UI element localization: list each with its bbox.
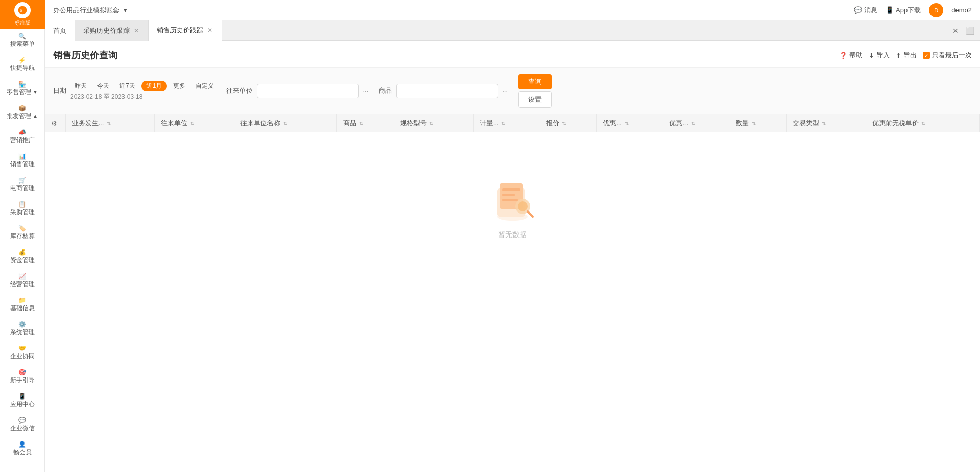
page-header-actions: ❓ 帮助 ⬇ 导入 ⬆ 导出 只看最后一次 xyxy=(839,51,972,60)
page-area: 销售历史价查询 ❓ 帮助 ⬇ 导入 ⬆ 导出 只看最后一次 xyxy=(45,41,980,472)
sidebar-item-search[interactable]: 🔍 搜索菜单 xyxy=(0,29,44,53)
sidebar-item-wechat[interactable]: 💬 企业微信 xyxy=(0,413,44,437)
username[interactable]: demo2 xyxy=(951,6,972,14)
sidebar-item-label: 销售管理 xyxy=(10,160,35,169)
sidebar-item-enterprise[interactable]: 🤝 企业协同 xyxy=(0,341,44,365)
svg-text:6: 6 xyxy=(20,8,22,13)
partner-input[interactable] xyxy=(257,84,359,98)
sidebar-item-label: 资金管理 xyxy=(10,256,35,265)
sort-icon: ⇅ xyxy=(921,121,925,126)
guide-icon: 🎯 xyxy=(18,369,26,376)
tab-purchase-history[interactable]: 采购历史价跟踪 ✕ xyxy=(75,20,149,41)
filter-area: 日期 昨天 今天 近7天 近1月 更多 自定义 2023-02-18 至 202… xyxy=(45,68,980,114)
export-button[interactable]: ⬆ 导出 xyxy=(896,51,917,60)
logo-icon: 6 xyxy=(14,2,31,18)
partner-select-icon[interactable]: ··· xyxy=(361,86,371,96)
sidebar-item-guide[interactable]: 🎯 新手引导 xyxy=(0,365,44,389)
table-col-partner-code[interactable]: 往来单位 ⇅ xyxy=(155,114,234,132)
sort-icon: ⇅ xyxy=(107,121,111,126)
import-icon: ⬇ xyxy=(869,52,874,59)
table-col-biz-date[interactable]: 业务发生... ⇅ xyxy=(65,114,155,132)
table-col-spec[interactable]: 规格型号 ⇅ xyxy=(394,114,473,132)
svg-point-0 xyxy=(18,6,27,15)
sidebar-item-label: 零售管理 xyxy=(7,88,31,97)
topbar-dropdown-icon[interactable]: ▾ xyxy=(124,6,127,14)
tab-sales-history[interactable]: 销售历史价跟踪 ✕ xyxy=(149,20,222,41)
sidebar-item-label: 批发管理 xyxy=(7,112,31,121)
main-content: 办公用品行业模拟账套 ▾ 💬 消息 📱 App下载 D demo2 首页 采购历… xyxy=(45,0,980,472)
sidebar-item-label: 快捷导航 xyxy=(10,64,35,73)
operation-icon: 📈 xyxy=(18,273,26,280)
user-label: D xyxy=(934,7,938,13)
sort-icon: ⇅ xyxy=(501,121,505,126)
query-button[interactable]: 查询 xyxy=(518,74,552,89)
date-btn-today[interactable]: 今天 xyxy=(93,81,113,91)
table-col-discount1[interactable]: 优惠... ⇅ xyxy=(597,114,663,132)
table-col-qty[interactable]: 数量 ⇅ xyxy=(729,114,786,132)
tab-label: 首页 xyxy=(53,26,66,35)
page-header: 销售历史价查询 ❓ 帮助 ⬇ 导入 ⬆ 导出 只看最后一次 xyxy=(45,41,980,68)
sidebar-item-sales[interactable]: 📊 销售管理 xyxy=(0,149,44,173)
tab-close-purchase[interactable]: ✕ xyxy=(133,26,140,35)
sidebar-item-operation[interactable]: 📈 经营管理 xyxy=(0,269,44,293)
help-button[interactable]: ❓ 帮助 xyxy=(839,51,863,60)
table-col-pretax-price[interactable]: 优惠前无税单价 ⇅ xyxy=(866,114,979,132)
maximize-window-button[interactable]: ⬜ xyxy=(964,25,976,37)
date-btn-last1m[interactable]: 近1月 xyxy=(141,81,167,91)
svg-line-10 xyxy=(528,211,533,217)
sidebar-item-marketing[interactable]: 📣 营销推广 xyxy=(0,125,44,149)
svg-rect-5 xyxy=(502,188,520,191)
sidebar-item-shortcut[interactable]: ⚡ 快捷导航 xyxy=(0,53,44,77)
search-icon: 🔍 xyxy=(18,33,26,40)
close-window-button[interactable]: ✕ xyxy=(949,25,962,37)
chevron-down-icon: ▼ xyxy=(33,89,38,95)
table-col-quote[interactable]: 报价 ⇅ xyxy=(540,114,596,132)
settings-button[interactable]: 设置 xyxy=(518,91,552,108)
sidebar-item-member[interactable]: 👤 畅会员 xyxy=(0,437,44,461)
sidebar-item-basic[interactable]: 📁 基础信息 xyxy=(0,293,44,317)
sort-icon: ⇅ xyxy=(429,121,433,126)
table-col-partner-name[interactable]: 往来单位名称 ⇅ xyxy=(234,114,337,132)
sidebar-item-ecommerce[interactable]: 🛒 电商管理 xyxy=(0,173,44,197)
sort-icon: ⇅ xyxy=(562,121,566,126)
table-col-settings[interactable]: ⚙ xyxy=(45,114,65,132)
logo: 6 标准版 xyxy=(0,0,45,29)
sidebar-item-label: 企业协同 xyxy=(10,352,35,361)
sidebar-item-wholesale[interactable]: 📦 批发管理 ▲ xyxy=(0,101,44,125)
sidebar-item-retail[interactable]: 🏪 零售管理 ▼ xyxy=(0,77,44,101)
app-download-button[interactable]: 📱 App下载 xyxy=(886,6,921,15)
table-header-row: ⚙ 业务发生... ⇅ 往来单位 ⇅ 往来单位名称 ⇅ xyxy=(45,114,980,132)
product-filter-group: 商品 ··· xyxy=(379,84,510,98)
date-btn-more[interactable]: 更多 xyxy=(169,81,189,91)
date-btn-last7[interactable]: 近7天 xyxy=(115,81,139,91)
sidebar-item-label: 库存核算 xyxy=(10,232,35,241)
date-btn-custom[interactable]: 自定义 xyxy=(191,81,218,91)
sidebar-item-purchase[interactable]: 📋 采购管理 xyxy=(0,197,44,221)
partner-filter-label: 往来单位 xyxy=(226,86,253,96)
inventory-icon: 🏷️ xyxy=(18,225,26,232)
product-select-icon[interactable]: ··· xyxy=(500,86,510,96)
table-col-product[interactable]: 商品 ⇅ xyxy=(337,114,394,132)
sidebar-item-system[interactable]: ⚙️ 系统管理 xyxy=(0,317,44,341)
message-button[interactable]: 💬 消息 xyxy=(854,6,877,15)
date-btn-yesterday[interactable]: 昨天 xyxy=(70,81,91,91)
user-avatar[interactable]: D xyxy=(929,3,943,17)
table-col-discount2[interactable]: 优惠... ⇅ xyxy=(663,114,729,132)
sidebar-item-finance[interactable]: 💰 资金管理 xyxy=(0,245,44,269)
sidebar-item-inventory[interactable]: 🏷️ 库存核算 xyxy=(0,221,44,245)
svg-rect-7 xyxy=(502,199,518,201)
ecommerce-icon: 🛒 xyxy=(18,177,26,184)
only-last-toggle[interactable]: 只看最后一次 xyxy=(923,51,972,60)
table-col-unit[interactable]: 计量... ⇅ xyxy=(473,114,540,132)
sort-icon: ⇅ xyxy=(822,121,826,126)
import-button[interactable]: ⬇ 导入 xyxy=(869,51,890,60)
product-input[interactable] xyxy=(396,84,498,98)
table-header: ⚙ 业务发生... ⇅ 往来单位 ⇅ 往来单位名称 ⇅ xyxy=(45,114,980,132)
sidebar-item-apps[interactable]: 📱 应用中心 xyxy=(0,389,44,413)
message-icon: 💬 xyxy=(854,6,862,14)
sort-icon: ⇅ xyxy=(190,121,194,126)
table-col-trade-type[interactable]: 交易类型 ⇅ xyxy=(786,114,866,132)
apps-icon: 📱 xyxy=(18,393,26,400)
tab-close-sales[interactable]: ✕ xyxy=(206,26,213,35)
tab-home[interactable]: 首页 xyxy=(45,20,75,41)
